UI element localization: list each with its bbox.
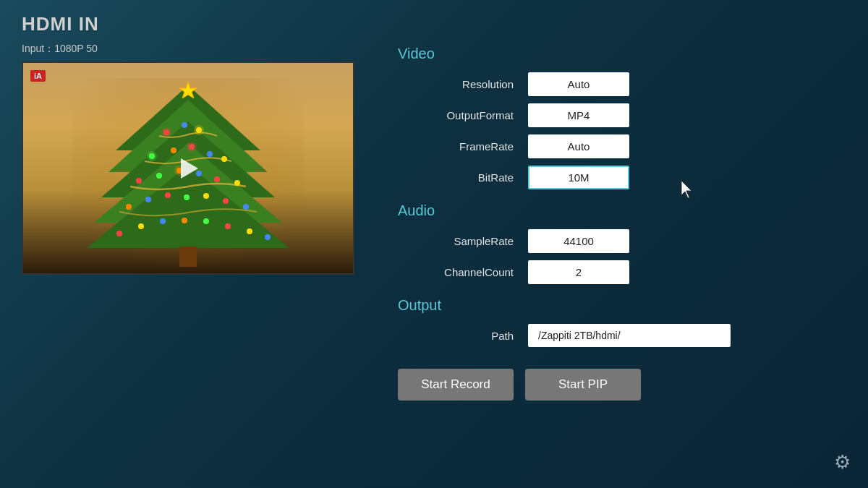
bitrate-label: BitRate xyxy=(398,171,514,184)
main-layout: Input：1080P 50 iA xyxy=(0,43,868,401)
svg-point-28 xyxy=(243,204,249,210)
svg-point-29 xyxy=(116,231,122,236)
play-button[interactable] xyxy=(172,153,204,184)
start-pip-button[interactable]: Start PIP xyxy=(525,369,641,401)
samplerate-label: SampleRate xyxy=(398,235,514,247)
buttons-row: Start Record Start PIP xyxy=(398,369,846,401)
audio-section-title: Audio xyxy=(398,202,846,219)
svg-point-25 xyxy=(184,194,190,200)
ia-badge: iA xyxy=(30,70,46,82)
svg-point-40 xyxy=(187,142,197,152)
svg-point-39 xyxy=(147,151,157,161)
channelcount-value[interactable]: 2 xyxy=(528,260,629,284)
output-section-title: Output xyxy=(398,297,846,314)
cursor-pointer xyxy=(680,179,697,202)
header: HDMI IN xyxy=(0,0,868,35)
path-value[interactable]: /Zappiti 2TB/hdmi/ xyxy=(528,324,731,347)
path-label: Path xyxy=(398,330,514,342)
resolution-value[interactable]: Auto xyxy=(528,72,629,96)
resolution-label: Resolution xyxy=(398,78,514,90)
output-grid: Path /Zappiti 2TB/hdmi/ xyxy=(398,324,846,347)
svg-point-30 xyxy=(138,223,144,229)
svg-point-17 xyxy=(156,173,162,179)
svg-point-34 xyxy=(225,223,231,229)
svg-point-31 xyxy=(160,218,166,224)
video-settings-grid: Resolution Auto OutputFormat MP4 FrameRa… xyxy=(398,72,846,189)
input-label: Input：1080P 50 xyxy=(22,43,354,56)
audio-settings-grid: SampleRate 44100 ChannelCount 2 xyxy=(398,229,846,284)
svg-point-21 xyxy=(234,180,240,186)
gear-icon[interactable]: ⚙ xyxy=(834,451,851,474)
outputformat-label: OutputFormat xyxy=(398,109,514,121)
framerate-value[interactable]: Auto xyxy=(528,134,629,158)
video-container: iA xyxy=(22,61,354,275)
play-icon xyxy=(181,158,198,179)
video-section-title: Video xyxy=(398,46,846,62)
svg-point-23 xyxy=(145,197,151,202)
audio-section: Audio SampleRate 44100 ChannelCount 2 xyxy=(398,202,846,284)
svg-point-33 xyxy=(203,218,209,224)
right-panel: Video Resolution Auto OutputFormat MP4 F… xyxy=(398,43,846,401)
svg-point-26 xyxy=(203,193,209,199)
svg-point-15 xyxy=(221,156,227,162)
svg-point-35 xyxy=(247,228,252,234)
bitrate-value[interactable]: 10M xyxy=(528,166,629,189)
svg-point-9 xyxy=(182,122,187,128)
svg-point-37 xyxy=(161,127,171,137)
app-title: HDMI IN xyxy=(22,13,99,35)
svg-point-22 xyxy=(126,204,132,210)
start-record-button[interactable]: Start Record xyxy=(398,369,514,401)
svg-point-20 xyxy=(214,176,220,182)
video-section: Video Resolution Auto OutputFormat MP4 F… xyxy=(398,46,846,189)
svg-point-14 xyxy=(207,151,213,157)
svg-point-27 xyxy=(223,198,229,204)
video-scene: iA xyxy=(23,63,353,273)
svg-point-38 xyxy=(194,125,204,135)
framerate-label: FrameRate xyxy=(398,140,514,153)
samplerate-value[interactable]: 44100 xyxy=(528,229,629,253)
outputformat-value[interactable]: MP4 xyxy=(528,103,629,127)
svg-point-36 xyxy=(265,234,271,240)
svg-point-24 xyxy=(165,192,171,198)
svg-point-16 xyxy=(136,178,142,184)
svg-marker-42 xyxy=(681,181,692,198)
svg-point-32 xyxy=(182,218,187,223)
svg-rect-6 xyxy=(179,247,197,267)
channelcount-label: ChannelCount xyxy=(398,266,514,278)
left-panel: Input：1080P 50 iA xyxy=(22,43,354,401)
output-section: Output Path /Zappiti 2TB/hdmi/ xyxy=(398,297,846,347)
